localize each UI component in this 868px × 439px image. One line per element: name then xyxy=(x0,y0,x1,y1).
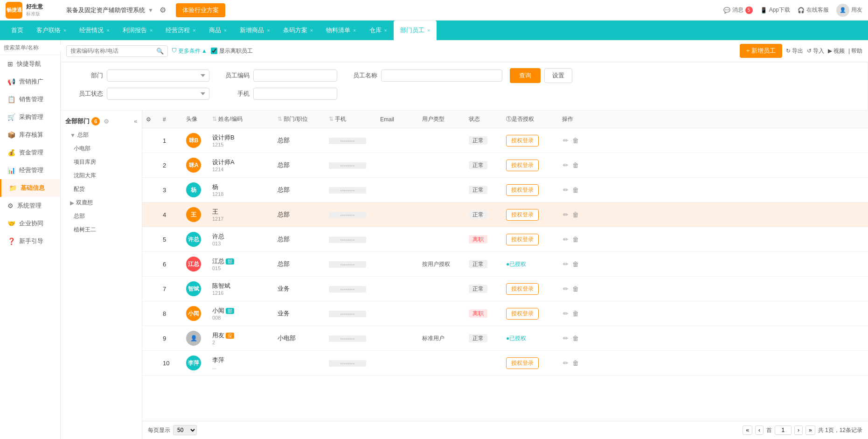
delete-button[interactable]: 🗑 xyxy=(571,334,580,343)
tab-barcode[interactable]: 条码方案 × xyxy=(277,21,319,40)
delete-button[interactable]: 🗑 xyxy=(571,259,580,269)
online-service-btn[interactable]: 🎧 在线客服 xyxy=(798,6,829,14)
tab-history[interactable]: 经营历程 × xyxy=(159,21,202,40)
sidebar-item-guide[interactable]: ❓ 新手引导 xyxy=(0,232,60,250)
close-icon[interactable]: × xyxy=(193,28,195,33)
page-number-input[interactable] xyxy=(775,425,792,435)
sidebar-item-marketing[interactable]: 📢 营销推广 xyxy=(0,73,60,91)
dept-item-zhishu[interactable]: 植树王二 xyxy=(61,223,142,237)
tab-operation[interactable]: 经营情况 × xyxy=(73,21,116,40)
dept-settings-icon[interactable]: ⚙ xyxy=(104,118,109,125)
delete-button[interactable]: 🗑 xyxy=(571,309,580,318)
sidebar-item-purchase[interactable]: 🛒 采购管理 xyxy=(0,108,60,126)
edit-button[interactable]: ✏ xyxy=(562,185,569,195)
message-btn[interactable]: 💬 消息 5 xyxy=(723,6,753,14)
dept-select[interactable] xyxy=(107,70,209,82)
edit-button[interactable]: ✏ xyxy=(562,309,569,318)
app-download-btn[interactable]: 📱 App下载 xyxy=(760,6,790,14)
auth-login-button[interactable]: 授权登录 xyxy=(506,209,539,221)
auth-login-button[interactable]: 授权登录 xyxy=(506,184,539,196)
first-page-btn[interactable]: « xyxy=(743,425,752,435)
sidebar-item-operation-mgmt[interactable]: 📊 经营管理 xyxy=(0,161,60,179)
dept-all-label[interactable]: 全部部门 xyxy=(65,117,90,125)
status-select[interactable] xyxy=(107,88,209,100)
close-icon[interactable]: × xyxy=(63,28,66,33)
sidebar-item-system[interactable]: ⚙ 系统管理 xyxy=(0,197,60,215)
edit-button[interactable]: ✏ xyxy=(562,284,569,293)
close-icon[interactable]: × xyxy=(150,28,153,33)
close-icon[interactable]: × xyxy=(310,28,313,33)
dept-item-shuangluxiang[interactable]: ▶ 双鹿想 xyxy=(61,196,142,209)
dept-item-shenyangdaku[interactable]: 沈阳大库 xyxy=(61,169,142,182)
auth-login-button[interactable]: 授权登录 xyxy=(506,234,539,245)
delete-button[interactable]: 🗑 xyxy=(571,185,580,195)
search-input[interactable] xyxy=(70,48,154,54)
delete-button[interactable]: 🗑 xyxy=(571,235,580,244)
col-settings-icon[interactable]: ⚙ xyxy=(146,116,151,123)
tab-staff[interactable]: 部门员工 × xyxy=(394,21,437,40)
edit-button[interactable]: ✏ xyxy=(562,235,569,244)
sidebar-item-inventory[interactable]: 📦 库存核算 xyxy=(0,126,60,144)
dept-item-zongbu-parent[interactable]: ▼ 总部 xyxy=(61,128,142,142)
tab-goods[interactable]: 商品 × xyxy=(202,21,233,40)
tab-warehouse[interactable]: 仓库 × xyxy=(363,21,394,40)
sort-icon3[interactable]: ⇅ xyxy=(329,116,333,122)
auth-login-button[interactable]: 授权登录 xyxy=(506,283,539,295)
close-icon[interactable]: × xyxy=(353,28,356,33)
sort-icon2[interactable]: ⇅ xyxy=(278,116,282,122)
sidebar-item-sales[interactable]: 📋 销售管理 xyxy=(0,91,60,108)
tab-customer[interactable]: 客户联络 × xyxy=(30,21,73,40)
import-button[interactable]: ↺ 导入 xyxy=(807,47,824,55)
close-icon[interactable]: × xyxy=(224,28,227,33)
tab-home[interactable]: 首页 xyxy=(5,21,30,40)
page-size-select[interactable]: 50 100 200 xyxy=(173,425,197,435)
settings-icon[interactable]: ⚙ xyxy=(156,4,169,17)
sidebar-item-corp[interactable]: 🤝 企业协同 xyxy=(0,215,60,232)
delete-button[interactable]: 🗑 xyxy=(571,284,580,293)
last-page-btn[interactable]: » xyxy=(806,425,815,435)
delete-button[interactable]: 🗑 xyxy=(571,160,580,170)
next-page-btn[interactable]: › xyxy=(794,425,803,435)
collapse-icon[interactable]: « xyxy=(134,118,137,125)
edit-button[interactable]: ✏ xyxy=(562,259,569,269)
view-button[interactable]: ▶ 视频 xyxy=(828,47,845,55)
close-icon[interactable]: × xyxy=(106,28,109,33)
auth-login-button[interactable]: 授权登录 xyxy=(506,160,539,171)
help-button[interactable]: | 帮助 xyxy=(848,47,862,55)
auth-login-button[interactable]: 授权登录 xyxy=(506,135,539,146)
tab-bom[interactable]: 物料清单 × xyxy=(319,21,362,40)
more-conditions-btn[interactable]: ⛉ 更多条件 ▲ xyxy=(172,47,207,55)
tab-new-goods[interactable]: 新增商品 × xyxy=(233,21,276,40)
sidebar-item-basic[interactable]: 📁 基础信息 xyxy=(0,179,60,197)
user-avatar[interactable]: 👤 用友 xyxy=(836,4,862,17)
dept-item-xiaodianbu[interactable]: 小电部 xyxy=(61,142,142,155)
add-employee-button[interactable]: + 新增员工 xyxy=(740,44,782,58)
close-icon[interactable]: × xyxy=(267,28,270,33)
set-button[interactable]: 设置 xyxy=(544,68,572,83)
empname-input[interactable] xyxy=(381,70,502,82)
prev-page-btn[interactable]: ‹ xyxy=(755,425,764,435)
delete-button[interactable]: 🗑 xyxy=(571,136,580,145)
dept-item-xiangmukufang[interactable]: 项目库房 xyxy=(61,155,142,169)
close-icon-active[interactable]: × xyxy=(427,28,430,33)
edit-button[interactable]: ✏ xyxy=(562,136,569,145)
edit-button[interactable]: ✏ xyxy=(562,210,569,219)
dept-item-peihuo[interactable]: 配货 xyxy=(61,182,142,196)
delete-button[interactable]: 🗑 xyxy=(571,358,580,368)
tab-profit[interactable]: 利润报告 × xyxy=(116,21,159,40)
system-dropdown-icon[interactable]: ▼ xyxy=(148,7,153,14)
auth-login-button[interactable]: 授权登录 xyxy=(506,357,539,369)
export-button[interactable]: ↻ 导出 xyxy=(786,47,803,55)
query-button[interactable]: 查询 xyxy=(510,68,541,83)
edit-button[interactable]: ✏ xyxy=(562,334,569,343)
dept-item-zongbu[interactable]: 总部 xyxy=(61,209,142,223)
phone-input[interactable] xyxy=(253,88,337,100)
edit-button[interactable]: ✏ xyxy=(562,160,569,170)
empcode-input[interactable] xyxy=(253,70,337,82)
sidebar-item-shortcut[interactable]: ⊞ 快捷导航 xyxy=(0,55,60,73)
show-resigned-checkbox[interactable] xyxy=(211,48,217,54)
edit-button[interactable]: ✏ xyxy=(562,358,569,368)
auth-login-button[interactable]: 授权登录 xyxy=(506,308,539,320)
sidebar-item-finance[interactable]: 💰 资金管理 xyxy=(0,144,60,161)
sort-icon[interactable]: ⇅ xyxy=(212,116,217,122)
